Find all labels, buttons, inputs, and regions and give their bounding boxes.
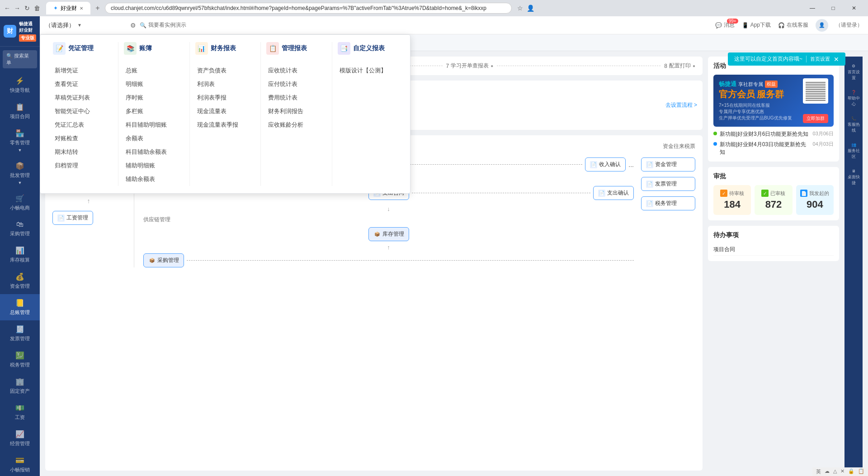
menu-item-voucher-summary[interactable]: 凭证汇总表 bbox=[53, 118, 113, 132]
menu-item-view-voucher[interactable]: 查看凭证 bbox=[53, 77, 113, 91]
new-tab-btn[interactable]: + bbox=[92, 3, 103, 14]
sidebar-item-fixed-assets[interactable]: 🏢 固定资产 bbox=[0, 373, 40, 399]
flow-box-invoice-mgmt[interactable]: 📄 发票管理 bbox=[641, 177, 695, 191]
company-selector[interactable]: （请选择） ▼ bbox=[45, 21, 127, 29]
wholesale-icon: 📦 bbox=[15, 162, 24, 170]
customize-close-btn[interactable]: ✕ bbox=[834, 56, 839, 63]
menu-item-period-close[interactable]: 期末结转 bbox=[53, 145, 113, 159]
activity-banner: 畅捷通 享社群专属 权益 官方会员 服务群 7×15在线期间同在线客服 专属用户… bbox=[713, 75, 834, 127]
menu-item-expense-stats[interactable]: 费用统计表 bbox=[266, 91, 326, 105]
flow-box-fund[interactable]: 📄 资金管理 bbox=[641, 157, 695, 171]
bookmark-icon[interactable]: ☆ bbox=[517, 5, 523, 12]
sidebar-item-salary[interactable]: 💵 工资 bbox=[0, 399, 40, 425]
menu-item-cash-flow[interactable]: 现金流量表 bbox=[195, 105, 255, 118]
menu-item-receivable-stats[interactable]: 应收统计表 bbox=[266, 64, 326, 77]
sidebar-item-retail[interactable]: 🏪 零售管理 ▼ bbox=[0, 124, 40, 157]
online-service-icon: 🎧 bbox=[778, 22, 785, 29]
menu-item-aux-detail[interactable]: 辅助明细账 bbox=[124, 159, 184, 172]
sidebar-item-expense[interactable]: 💳 小畅报销 bbox=[0, 452, 40, 476]
company-dropdown-arrow[interactable]: ▼ bbox=[77, 23, 82, 28]
flow-box-income-confirm[interactable]: 📄 收入确认 bbox=[585, 157, 626, 171]
sidebar-search-btn[interactable]: 🔍 搜索菜单 bbox=[3, 50, 37, 68]
sidebar-item-project[interactable]: 📋 项目合同 bbox=[0, 98, 40, 124]
sidebar-item-quick-nav[interactable]: ⚡ 快捷导航 bbox=[0, 72, 40, 98]
menu-item-subject-detail[interactable]: 科目辅助明细账 bbox=[124, 118, 184, 132]
menu-item-financial-profit[interactable]: 财务利润报告 bbox=[266, 105, 326, 118]
menu-item-payable-stats[interactable]: 应付统计表 bbox=[266, 77, 326, 91]
approval-card-approved[interactable]: ✓ 已审核 872 bbox=[755, 185, 792, 215]
user-avatar[interactable]: 👤 bbox=[816, 19, 828, 32]
menu-item-template-design[interactable]: 模版设计【公测】 bbox=[338, 64, 397, 77]
menu-item-reconciliation[interactable]: 对账检查 bbox=[53, 132, 113, 145]
menu-item-sequence-account[interactable]: 序时账 bbox=[124, 91, 184, 105]
sidebar-item-tax[interactable]: 💹 税务管理 bbox=[0, 347, 40, 373]
close-btn[interactable]: ✕ bbox=[844, 1, 864, 15]
menu-item-subject-balance[interactable]: 科目辅助余额表 bbox=[124, 145, 184, 159]
join-group-btn[interactable]: 立即加群 bbox=[803, 114, 828, 123]
sidebar-item-accounting[interactable]: 📒 总账管理 bbox=[0, 294, 40, 320]
accounting-icon: 📒 bbox=[15, 299, 24, 307]
menu-item-cash-flow-quarterly[interactable]: 现金流量表季报 bbox=[195, 118, 255, 132]
go-setup-link[interactable]: 去设置流程 > bbox=[665, 101, 697, 109]
right-nav-help[interactable]: ❓ 帮助中心 bbox=[844, 86, 863, 111]
flow-box-purchase[interactable]: 📦 采购管理 bbox=[143, 253, 184, 267]
menu-item-profit-quarterly[interactable]: 利润表季报 bbox=[195, 91, 255, 105]
menu-item-balance-statement[interactable]: 资产负债表 bbox=[195, 64, 255, 77]
address-bar[interactable]: cloud.chanjet.com/cc/u6d89qwnryel/57bfsk… bbox=[105, 3, 512, 14]
menu-item-smart-voucher[interactable]: 智能凭证中心 bbox=[53, 105, 113, 118]
menu-item-receivable-aging[interactable]: 应收账龄分析 bbox=[266, 118, 326, 132]
sys-clipboard[interactable]: 📋 bbox=[858, 468, 864, 475]
nav-delete[interactable]: 🗑 bbox=[33, 5, 41, 12]
sys-close-x[interactable]: ✕ bbox=[840, 468, 844, 475]
top-settings-icon[interactable]: ⚙ bbox=[130, 22, 136, 29]
sys-lock[interactable]: 🔒 bbox=[848, 468, 854, 475]
nav-refresh[interactable]: ↻ bbox=[24, 5, 31, 12]
app-download-btn[interactable]: 📱 App下载 bbox=[742, 21, 771, 29]
menu-item-multi-column[interactable]: 多栏账 bbox=[124, 105, 184, 118]
right-nav-hotline[interactable]: 📞 客服热线 bbox=[844, 113, 863, 137]
flow-box-salary[interactable]: 📄 工资管理 bbox=[52, 211, 93, 225]
nav-back[interactable]: ← bbox=[4, 5, 11, 12]
sidebar-item-purchase[interactable]: 🛍 采购管理 bbox=[0, 216, 40, 242]
menu-item-detail-account[interactable]: 明细账 bbox=[124, 77, 184, 91]
profile-icon[interactable]: 👤 bbox=[527, 5, 534, 12]
sys-arrow[interactable]: △ bbox=[833, 468, 837, 475]
menu-item-general-ledger[interactable]: 总账 bbox=[124, 64, 184, 77]
demo-link[interactable]: 🔍 我要看实例演示 bbox=[140, 21, 186, 29]
message-btn[interactable]: 💬 消息 99+ bbox=[715, 21, 735, 29]
sidebar-item-invoice[interactable]: 🧾 发票管理 bbox=[0, 320, 40, 347]
sidebar-expense-label: 小畅报销 bbox=[10, 466, 30, 473]
approval-card-pending[interactable]: ✓ 待审核 184 bbox=[713, 185, 751, 215]
flow-box-expense-confirm[interactable]: 📄 支出确认 bbox=[593, 186, 634, 200]
sys-lang[interactable]: 英 bbox=[816, 468, 821, 475]
customize-link[interactable]: 首页设置 bbox=[806, 56, 830, 62]
ledger-section-icon: 📚 bbox=[124, 51, 137, 55]
online-service-btn[interactable]: 🎧 在线客服 bbox=[778, 21, 808, 29]
menu-item-archive[interactable]: 归档管理 bbox=[53, 159, 113, 172]
nav-forward[interactable]: → bbox=[14, 5, 21, 12]
menu-item-balance-sheet[interactable]: 余额表 bbox=[124, 132, 184, 145]
menu-item-add-voucher[interactable]: 新增凭证 bbox=[53, 64, 113, 77]
approval-card-submitted[interactable]: 📄 我发起的 904 bbox=[796, 185, 834, 215]
maximize-btn[interactable]: □ bbox=[823, 1, 844, 15]
expense-confirm-label: 支出确认 bbox=[607, 189, 629, 197]
right-nav-desktop[interactable]: 🖥 桌面快捷 bbox=[844, 165, 863, 190]
flow-box-inventory[interactable]: 📦 库存管理 bbox=[368, 227, 409, 241]
minimize-btn[interactable]: — bbox=[802, 1, 823, 15]
flow-box-tax-mgmt[interactable]: 📄 税务管理 bbox=[641, 196, 695, 210]
inventory-label: 库存管理 bbox=[382, 230, 404, 238]
sidebar-item-ecommerce[interactable]: 🛒 小畅电商 bbox=[0, 190, 40, 216]
sidebar-item-management[interactable]: 📈 经营管理 bbox=[0, 425, 40, 452]
active-tab[interactable]: ✦ 好业财 ✕ bbox=[46, 2, 90, 14]
menu-item-draft-voucher[interactable]: 草稿凭证列表 bbox=[53, 91, 113, 105]
menu-item-profit-statement[interactable]: 利润表 bbox=[195, 77, 255, 91]
sidebar-item-wholesale[interactable]: 📦 批发管理 ▼ bbox=[0, 157, 40, 190]
right-nav-home-settings[interactable]: ⚙ 首页设置 bbox=[844, 60, 863, 85]
right-nav-community[interactable]: 👥 服务社区 bbox=[844, 139, 863, 163]
sidebar-item-inventory[interactable]: 📊 库存核算 bbox=[0, 242, 40, 268]
sidebar-item-finance[interactable]: 💰 资金管理 bbox=[0, 268, 40, 294]
tab-close-btn[interactable]: ✕ bbox=[80, 6, 83, 11]
sys-cloud[interactable]: ☁ bbox=[825, 468, 830, 475]
customize-notification-bar[interactable]: 这里可以自定义首页内容哦~ 首页设置 ✕ bbox=[728, 52, 845, 66]
menu-item-aux-balance[interactable]: 辅助余额表 bbox=[124, 172, 184, 186]
